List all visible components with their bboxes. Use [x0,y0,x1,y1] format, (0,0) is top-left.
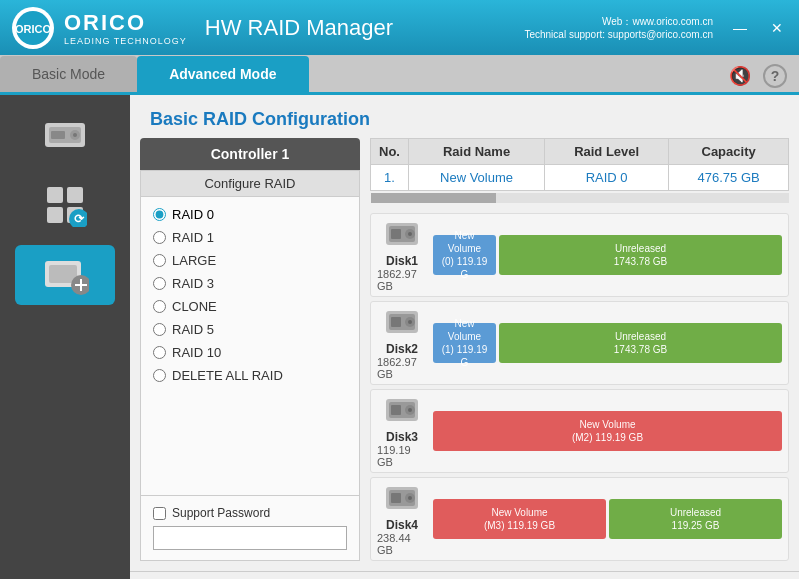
disk4-seg1[interactable]: New Volume (M3) 119.19 GB [433,499,606,539]
sidebar: ⟳ [0,95,130,579]
support-info: Technical support: supports@orico.com.cn [524,29,713,40]
bottom-bar: Apply Cancel [130,571,799,579]
grid-icon: ⟳ [43,183,87,227]
svg-rect-8 [67,187,83,203]
disk2-seg2[interactable]: Unreleased 1743.78 GB [499,323,782,363]
sidebar-item-settings[interactable] [15,245,115,305]
left-panel: Controller 1 Configure RAID RAID 0 RAID … [140,138,360,561]
app-title: HW RAID Manager [205,15,393,41]
page-title: Basic RAID Configuration [130,95,799,138]
disk-row-4: Disk4 238.44 GB New Volume (M3) 119.19 G… [370,477,789,561]
disk4-icon [384,482,420,518]
disk-row-1: Disk1 1862.97 GB New Volume (0) 119.19 G… [370,213,789,297]
disk2-size: 1862.97 GB [377,356,427,380]
sidebar-item-disk[interactable] [15,105,115,165]
disk-row-3: Disk3 119.19 GB New Volume (M2) 119.19 G… [370,389,789,473]
radio-raid5[interactable]: RAID 5 [153,322,347,337]
row-capacity: 476.75 GB [669,165,789,191]
disk3-icon [384,394,420,430]
titlebar-left: ORICO ORICO LEADING TECHNOLOGY HW RAID M… [12,7,393,49]
svg-rect-25 [391,317,401,327]
disk4-info: Disk4 238.44 GB [377,482,427,556]
svg-rect-20 [391,229,401,239]
disk3-info: Disk3 119.19 GB [377,394,427,468]
svg-text:⟳: ⟳ [74,212,85,226]
titlebar: ORICO ORICO LEADING TECHNOLOGY HW RAID M… [0,0,799,55]
col-capacity: Capacity [669,139,789,165]
progress-bar-fill [371,193,496,203]
settings-disk-icon [41,253,89,297]
disk2-icon [384,306,420,342]
disk1-seg2[interactable]: Unreleased 1743.78 GB [499,235,782,275]
disk4-name: Disk4 [386,518,418,532]
right-panel: No. Raid Name Raid Level Capacity 1. New… [370,138,789,561]
web-info: Web：www.orico.com.cn [602,15,713,29]
tab-basic[interactable]: Basic Mode [0,56,137,92]
tabbar: Basic Mode Advanced Mode 🔇 ? [0,55,799,95]
svg-rect-9 [47,207,63,223]
disk1-name: Disk1 [386,254,418,268]
svg-text:ORICO: ORICO [15,23,51,35]
radio-raid3[interactable]: RAID 3 [153,276,347,291]
radio-raid0[interactable]: RAID 0 [153,207,347,222]
logo-icon: ORICO [12,7,54,49]
disk4-seg2[interactable]: Unreleased 119.25 GB [609,499,782,539]
row-no: 1. [371,165,409,191]
close-button[interactable]: ✕ [767,20,787,36]
radio-raid1[interactable]: RAID 1 [153,230,347,245]
password-checkbox[interactable]: Support Password [153,506,347,520]
main-layout: ⟳ Basic RAID Configuration Controller 1 … [0,95,799,579]
svg-point-6 [73,133,77,137]
controller-header: Controller 1 [140,138,360,170]
disk3-segments: New Volume (M2) 119.19 GB [433,411,782,451]
svg-rect-35 [391,493,401,503]
col-name: Raid Name [408,139,544,165]
mute-icon[interactable]: 🔇 [729,65,751,87]
svg-rect-7 [47,187,63,203]
radio-delete-all[interactable]: DELETE ALL RAID [153,368,347,383]
disk1-seg1[interactable]: New Volume (0) 119.19 G [433,235,496,275]
content-body: Controller 1 Configure RAID RAID 0 RAID … [130,138,799,571]
disk3-seg1[interactable]: New Volume (M2) 119.19 GB [433,411,782,451]
disk1-info: Disk1 1862.97 GB [377,218,427,292]
raid-table: No. Raid Name Raid Level Capacity 1. New… [370,138,789,205]
minimize-button[interactable]: — [729,20,751,36]
svg-point-32 [408,408,412,412]
content-area: Basic RAID Configuration Controller 1 Co… [130,95,799,579]
row-level: RAID 0 [545,165,669,191]
tab-advanced[interactable]: Advanced Mode [137,56,308,92]
disk1-segments: New Volume (0) 119.19 G Unreleased 1743.… [433,235,782,275]
disk1-size: 1862.97 GB [377,268,427,292]
radio-clone[interactable]: CLONE [153,299,347,314]
disk4-segments: New Volume (M3) 119.19 GB Unreleased 119… [433,499,782,539]
disk1-icon [384,218,420,254]
radio-large[interactable]: LARGE [153,253,347,268]
svg-rect-30 [391,405,401,415]
disk-icon [41,113,89,157]
sidebar-item-grid[interactable]: ⟳ [15,175,115,235]
svg-point-37 [408,496,412,500]
disk-row-2: Disk2 1862.97 GB New Volume (1) 119.19 G… [370,301,789,385]
table-row[interactable]: 1. New Volume RAID 0 476.75 GB [371,165,789,191]
disk2-info: Disk2 1862.97 GB [377,306,427,380]
disk-section: Disk1 1862.97 GB New Volume (0) 119.19 G… [370,213,789,561]
col-level: Raid Level [545,139,669,165]
col-no: No. [371,139,409,165]
progress-bar-container [371,193,789,203]
configure-label: Configure RAID [140,170,360,197]
disk4-size: 238.44 GB [377,532,427,556]
disk2-segments: New Volume (1) 119.19 G Unreleased 1743.… [433,323,782,363]
radio-raid10[interactable]: RAID 10 [153,345,347,360]
disk2-name: Disk2 [386,342,418,356]
svg-point-22 [408,232,412,236]
brand-text: ORICO LEADING TECHNOLOGY [64,10,187,46]
help-icon[interactable]: ? [763,64,787,88]
svg-point-27 [408,320,412,324]
disk3-name: Disk3 [386,430,418,444]
disk2-seg1[interactable]: New Volume (1) 119.19 G [433,323,496,363]
row-name: New Volume [408,165,544,191]
password-toggle[interactable] [153,507,166,520]
disk3-size: 119.19 GB [377,444,427,468]
progress-row [371,191,789,206]
password-input[interactable] [153,526,347,550]
